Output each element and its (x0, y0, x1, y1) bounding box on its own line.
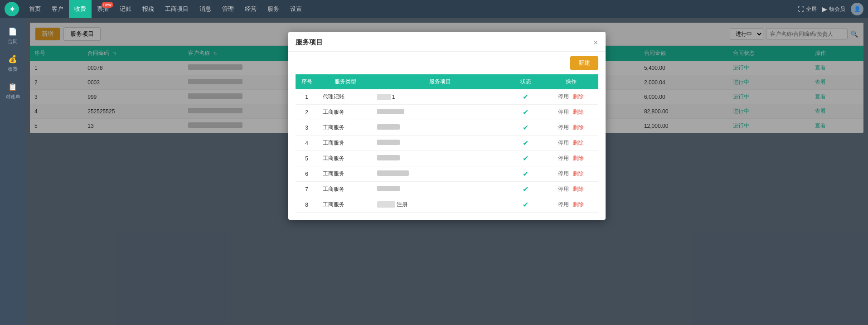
modal-title: 服务项目 (296, 38, 323, 47)
list-item: 5 工商服务 ✔ 停用 删除 (296, 151, 598, 166)
stop-button[interactable]: 停用 (558, 186, 569, 192)
cell-sstatus: ✔ (508, 197, 544, 213)
cell-sstatus: ✔ (508, 136, 544, 151)
new-badge: new (102, 2, 113, 8)
cell-stype: 工商服务 (318, 166, 373, 182)
scol-type: 服务类型 (318, 74, 373, 89)
top-nav: ✦ 首页 客户 收费 票据 new 记账 报税 工商项目 消息 管理 经营 服务… (0, 0, 868, 18)
member-icon: ▶ (822, 5, 827, 13)
status-check-icon: ✔ (523, 201, 529, 209)
cell-sstatus: ✔ (508, 151, 544, 166)
sidebar-item-contract[interactable]: 📄 合同 (1, 23, 24, 49)
cell-sitem (373, 120, 508, 136)
cell-saction: 停用 删除 (544, 166, 598, 182)
content-area: 新增 服务项目 进行中 已完成 已终止 🔍 序号 合同编码 ⇅ (25, 18, 868, 325)
modal-close-button[interactable]: × (593, 39, 598, 47)
delete-button[interactable]: 删除 (573, 186, 584, 192)
status-check-icon: ✔ (523, 139, 529, 147)
stop-button[interactable]: 停用 (558, 170, 569, 177)
cell-stype: 工商服务 (318, 151, 373, 166)
status-check-icon: ✔ (523, 108, 529, 116)
stop-button[interactable]: 停用 (558, 109, 569, 115)
nav-industry[interactable]: 工商项目 (160, 0, 194, 18)
status-check-icon: ✔ (523, 170, 529, 178)
delete-button[interactable]: 删除 (573, 93, 584, 100)
list-item: 4 工商服务 ✔ 停用 删除 (296, 136, 598, 151)
cell-sitem: 1 (373, 89, 508, 105)
cell-saction: 停用 删除 (544, 120, 598, 136)
new-service-button[interactable]: 新建 (570, 56, 598, 70)
delete-button[interactable]: 删除 (573, 124, 584, 131)
stop-button[interactable]: 停用 (558, 155, 569, 161)
cell-sindex: 6 (296, 166, 318, 182)
cell-saction: 停用 删除 (544, 197, 598, 213)
cell-sindex: 8 (296, 197, 318, 213)
cell-sindex: 2 (296, 105, 318, 120)
cell-saction: 停用 删除 (544, 89, 598, 105)
delete-button[interactable]: 删除 (573, 109, 584, 115)
sidebar-item-reconcile[interactable]: 📋 对账单 (1, 78, 24, 104)
sidebar-item-fee[interactable]: 💰 收费 (1, 50, 24, 76)
nav-fee[interactable]: 收费 (69, 0, 92, 18)
nav-tax[interactable]: 报税 (137, 0, 160, 18)
list-item: 2 工商服务 ✔ 停用 删除 (296, 105, 598, 120)
nav-manage[interactable]: 管理 (217, 0, 239, 18)
fullscreen-btn[interactable]: ⛶ 全屏 (798, 5, 817, 13)
list-item: 8 工商服务 注册 ✔ 停用 删除 (296, 197, 598, 213)
cell-sitem: 注册 (373, 197, 508, 213)
cell-sindex: 1 (296, 89, 318, 105)
contract-icon: 📄 (8, 26, 18, 36)
nav-message[interactable]: 消息 (194, 0, 217, 18)
stop-button[interactable]: 停用 (558, 201, 569, 208)
cell-sindex: 4 (296, 136, 318, 151)
scol-action: 操作 (544, 74, 598, 89)
nav-client[interactable]: 客户 (46, 0, 69, 18)
status-check-icon: ✔ (523, 124, 529, 131)
cell-stype: 工商服务 (318, 182, 373, 197)
cell-saction: 停用 删除 (544, 151, 598, 166)
status-check-icon: ✔ (523, 185, 529, 193)
service-table: 序号 服务类型 服务项目 状态 操作 1 代理记账 1 ✔ 停用 删除 2 工商… (296, 74, 598, 213)
cell-stype: 工商服务 (318, 136, 373, 151)
stop-button[interactable]: 停用 (558, 93, 569, 100)
service-modal: 服务项目 × 新建 序号 服务类型 服务项目 状态 操作 (288, 32, 606, 220)
list-item: 6 工商服务 ✔ 停用 删除 (296, 166, 598, 182)
nav-home[interactable]: 首页 (24, 0, 46, 18)
cell-sindex: 5 (296, 151, 318, 166)
member-btn[interactable]: ▶ 畅会员 (822, 5, 845, 13)
delete-button[interactable]: 删除 (573, 201, 584, 208)
cell-sstatus: ✔ (508, 105, 544, 120)
delete-button[interactable]: 删除 (573, 155, 584, 161)
nav-operation[interactable]: 经营 (239, 0, 262, 18)
reconcile-icon: 📋 (8, 82, 18, 92)
nav-settings[interactable]: 设置 (285, 0, 307, 18)
delete-button[interactable]: 删除 (573, 170, 584, 177)
logo: ✦ (5, 2, 19, 16)
cell-sindex: 7 (296, 182, 318, 197)
cell-sstatus: ✔ (508, 166, 544, 182)
modal-toolbar: 新建 (288, 52, 606, 74)
list-item: 1 代理记账 1 ✔ 停用 删除 (296, 89, 598, 105)
cell-sstatus: ✔ (508, 182, 544, 197)
avatar[interactable]: 👤 (851, 3, 863, 15)
main-layout: 📄 合同 💰 收费 📋 对账单 新增 服务项目 进行中 已完成 已终止 (0, 18, 868, 325)
nav-service[interactable]: 服务 (262, 0, 285, 18)
cell-saction: 停用 删除 (544, 136, 598, 151)
scol-status: 状态 (508, 74, 544, 89)
cell-stype: 工商服务 (318, 197, 373, 213)
sidebar: 📄 合同 💰 收费 📋 对账单 (0, 18, 25, 325)
cell-sstatus: ✔ (508, 120, 544, 136)
status-check-icon: ✔ (523, 93, 529, 101)
nav-accounting[interactable]: 记账 (114, 0, 137, 18)
cell-saction: 停用 删除 (544, 182, 598, 197)
cell-sstatus: ✔ (508, 89, 544, 105)
delete-button[interactable]: 删除 (573, 140, 584, 146)
list-item: 3 工商服务 ✔ 停用 删除 (296, 120, 598, 136)
stop-button[interactable]: 停用 (558, 124, 569, 131)
cell-stype: 工商服务 (318, 120, 373, 136)
cell-sitem (373, 151, 508, 166)
scol-item: 服务项目 (373, 74, 508, 89)
cell-sitem (373, 166, 508, 182)
stop-button[interactable]: 停用 (558, 140, 569, 146)
nav-invoice[interactable]: 票据 new (92, 0, 114, 18)
